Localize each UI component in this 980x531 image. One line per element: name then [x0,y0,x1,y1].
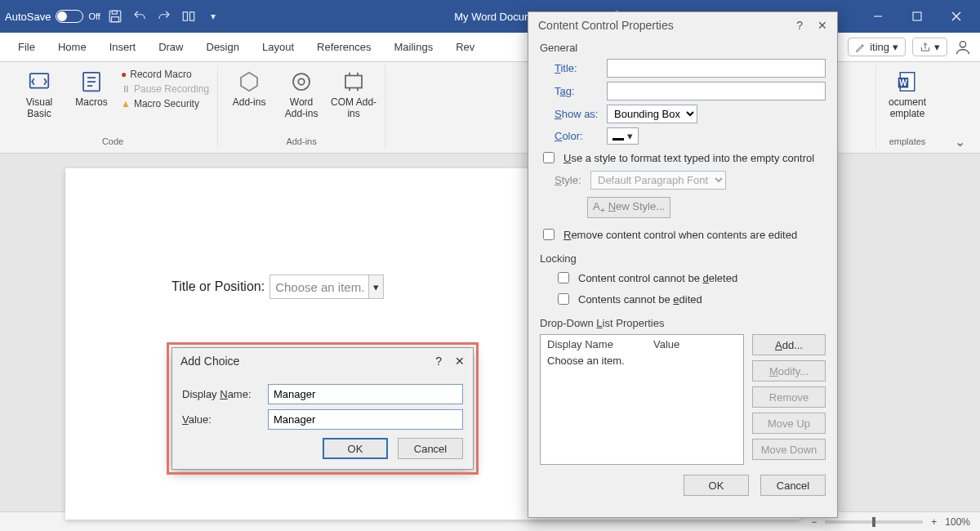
macros-icon [78,69,105,95]
pencil-icon [855,42,866,53]
tab-file[interactable]: File [8,34,45,60]
word-addins-button[interactable]: Word Add-ins [278,69,324,119]
redo-icon[interactable] [154,7,174,26]
tab-home[interactable]: Home [48,34,96,60]
dropdown-arrow-icon[interactable]: ▾ [368,275,383,298]
color-swatch-icon [612,132,624,141]
remove-button[interactable]: Remove [752,386,826,408]
tag-input[interactable] [607,82,826,100]
macros-button[interactable]: Macros [69,69,114,108]
document-template-button[interactable]: W ocument emplate [884,69,930,119]
close-button[interactable] [938,4,975,29]
quick-access-icon[interactable] [179,7,198,26]
new-style-button[interactable]: A+ New Style... [587,197,670,218]
remove-cc-checkbox[interactable] [543,229,555,240]
remove-cc-label: Remove content control when contents are… [564,229,797,241]
group-label-addins: Add-ins [286,135,316,146]
editing-mode-label: iting [870,41,889,53]
group-code: Visual Basic Macros ●Record Macro ⏸Pause… [8,65,218,149]
add-button[interactable]: Add... [752,334,826,355]
cancel-button[interactable]: Cancel [398,438,463,459]
word-addins-icon [288,69,314,95]
zoom-in-button[interactable]: + [931,516,937,528]
move-up-button[interactable]: Move Up [752,413,826,434]
help-icon[interactable]: ? [435,355,442,368]
svg-rect-1 [112,11,117,14]
chevron-down-icon: ▾ [934,41,940,53]
tab-references[interactable]: References [307,34,381,60]
macro-security-button[interactable]: ▲Macro Security [121,98,209,109]
lock-no-delete-checkbox[interactable] [558,272,569,283]
tab-insert[interactable]: Insert [100,34,146,60]
dropdown-display[interactable] [270,276,368,298]
content-control-properties-dialog: Content Control Properties ? ✕ General T… [528,11,838,518]
ok-button[interactable]: OK [323,438,388,459]
group-templates: W ocument emplate emplates [876,65,955,149]
visual-basic-icon [26,69,52,95]
close-icon[interactable]: ✕ [817,19,827,32]
color-label: Color: [555,130,600,142]
visual-basic-button[interactable]: Visual Basic [16,69,62,119]
close-icon[interactable]: ✕ [455,355,465,368]
save-icon[interactable] [105,7,125,26]
lock-no-delete-label: Content control cannot be deleted [578,272,737,284]
autosave-label: AutoSave [5,11,51,23]
pause-recording-button[interactable]: ⏸Pause Recording [121,83,209,95]
share-icon [920,42,931,53]
cancel-button[interactable]: Cancel [760,475,826,496]
addins-button[interactable]: Add-ins [226,69,272,108]
style-select[interactable]: Default Paragraph Font [590,171,726,190]
undo-icon[interactable] [130,7,149,26]
dropdown-content-control[interactable]: ▾ [270,274,384,299]
zoom-slider[interactable] [825,520,923,524]
com-addins-button[interactable]: COM Add-ins [331,69,376,119]
use-style-label: Use a style to format text typed into th… [564,152,814,164]
group-addins: Add-ins Word Add-ins COM Add-ins Add-ins [218,65,385,149]
record-macro-button[interactable]: ●Record Macro [121,69,209,80]
tab-mailings[interactable]: Mailings [385,34,443,60]
addins-icon [236,69,262,95]
general-section-label: General [540,42,826,54]
customize-qat-icon[interactable]: ▾ [203,7,223,26]
display-name-label: Display Name: [182,388,260,400]
tab-review[interactable]: Rev [446,34,484,60]
locking-section-label: Locking [540,252,826,265]
color-picker-button[interactable]: ▾ [607,127,639,145]
title-input[interactable] [607,59,826,78]
group-label-templates: emplates [889,135,926,146]
warning-icon: ▲ [121,98,131,109]
dropdown-list-box[interactable]: Display NameValue Choose an item. [540,334,744,465]
svg-marker-13 [241,73,257,91]
autosave-toggle[interactable] [56,10,83,23]
svg-rect-4 [189,12,194,21]
editing-mode-button[interactable]: iting ▾ [848,38,906,56]
svg-text:W: W [899,78,907,87]
col-value: Value [653,338,679,350]
zoom-value[interactable]: 100% [945,516,970,528]
collapse-ribbon-icon[interactable]: ⌄ [955,134,965,149]
minimize-button[interactable] [859,4,897,29]
tab-design[interactable]: Design [197,34,249,60]
display-name-input[interactable] [268,384,463,404]
svg-point-15 [298,78,305,85]
move-down-button[interactable]: Move Down [752,439,826,460]
value-label: Value: [182,413,260,426]
value-input[interactable] [268,409,463,430]
modify-button[interactable]: Modify... [752,360,826,382]
maximize-button[interactable] [898,4,936,29]
com-addins-icon [341,69,367,95]
comments-button[interactable] [954,38,972,56]
show-as-select[interactable]: Bounding Box [607,105,697,123]
tab-layout[interactable]: Layout [252,34,304,60]
ok-button[interactable]: OK [684,475,749,496]
chevron-down-icon: ▾ [893,41,898,53]
share-button[interactable]: ▾ [912,38,947,56]
use-style-checkbox[interactable] [543,152,555,163]
group-label-code: Code [102,135,123,146]
lock-no-edit-checkbox[interactable] [558,293,569,305]
help-icon[interactable]: ? [796,19,803,32]
style-label: Style: [555,174,584,186]
list-item[interactable]: Choose an item. [547,355,737,367]
title-label: Title: [555,62,600,74]
tab-draw[interactable]: Draw [149,34,193,60]
